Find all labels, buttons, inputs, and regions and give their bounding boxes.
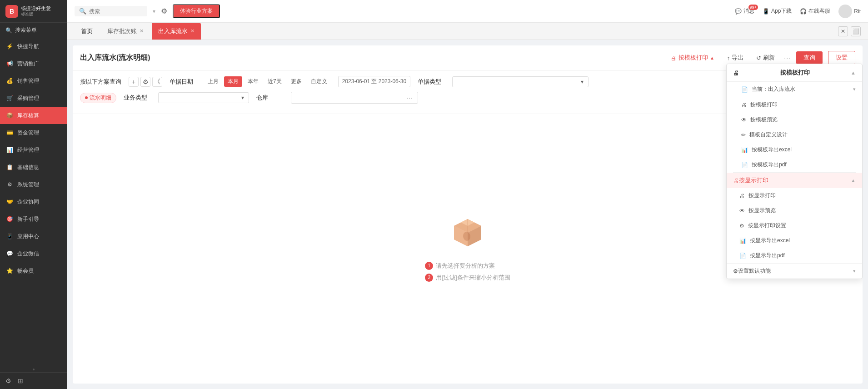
message-button[interactable]: 💬 消息 99+: [735, 7, 754, 15]
query-button[interactable]: 查询: [796, 51, 823, 64]
dropdown-custom-design[interactable]: ✏ 模板自定义设计: [727, 127, 862, 142]
dropdown-print-display-label: 按显示打印: [748, 192, 776, 199]
sidebar-item-enterprise[interactable]: 🤝 企业协同: [0, 193, 67, 210]
sidebar-item-marketing[interactable]: 📢 营销推广: [0, 55, 67, 72]
dropdown-printer-icon: 🖨: [733, 70, 739, 76]
excel-display-icon: 📊: [739, 238, 746, 244]
trial-button[interactable]: 体验行业方案: [173, 4, 220, 18]
export-label: 导出: [732, 54, 743, 62]
sidebar-item-system[interactable]: ⚙ 系统管理: [0, 176, 67, 193]
date-tab-custom[interactable]: 自定义: [307, 76, 331, 87]
filter-add-button[interactable]: +: [129, 77, 139, 87]
dropdown-print-display[interactable]: 🖨 按显示打印: [727, 188, 862, 203]
inventory-icon: 📦: [5, 111, 14, 120]
print-template-label: 按模板打印: [678, 54, 708, 62]
tab-inventory-batch-label: 库存批次账: [107, 27, 137, 35]
dropdown-custom-design-label: 模板自定义设计: [749, 131, 788, 139]
headset-icon: 🎧: [800, 8, 807, 15]
date-tab-7days[interactable]: 近7天: [264, 76, 285, 87]
flow-detail-tag-label: 流水明细: [90, 94, 111, 102]
preview-display-icon: 👁: [739, 208, 745, 214]
printer-icon: 🖨: [671, 55, 677, 61]
dropdown-export-excel-template[interactable]: 📊 按模板导出excel: [727, 142, 862, 157]
sidebar-scroll-indicator: [0, 367, 67, 372]
settings-button[interactable]: 设置: [828, 51, 855, 65]
empty-hint-1: 1 请先选择要分析的方案: [425, 260, 510, 272]
sidebar-item-wechat[interactable]: 💬 企业微信: [0, 245, 67, 262]
sidebar-toggle-icon[interactable]: ⊞: [18, 377, 23, 384]
dropdown-print-settings-display[interactable]: ⚙ 按显示打印设置: [727, 218, 862, 233]
hint-text-2: 用[过滤]条件来缩小分析范围: [436, 272, 510, 284]
sidebar-item-inventory[interactable]: 📦 库存核算: [0, 107, 67, 124]
tabs-window-controls: ✕ ⬜: [838, 26, 861, 36]
sidebar-item-basic[interactable]: 📋 基础信息: [0, 159, 67, 176]
topbar-chevron-icon[interactable]: ▾: [153, 8, 155, 15]
window-restore-button[interactable]: ⬜: [851, 26, 861, 36]
tab-inventory-batch-close[interactable]: ✕: [140, 28, 144, 34]
enterprise-icon: 🤝: [5, 198, 14, 206]
sidebar-settings-icon[interactable]: ⚙: [5, 377, 11, 384]
sidebar-item-label: 系统管理: [17, 181, 39, 189]
sidebar-item-purchase[interactable]: 🛒 采购管理: [0, 90, 67, 107]
dropdown-display-section[interactable]: 🖨 按显示打印 ▲: [727, 173, 862, 188]
footer-chevron: ▾: [853, 268, 856, 274]
user-avatar-area[interactable]: Rit: [838, 5, 861, 18]
tab-home[interactable]: 首页: [75, 23, 99, 40]
dropdown-footer[interactable]: ⚙ 设置默认功能 ▾: [727, 263, 862, 279]
page-actions: 🖨 按模板打印 ▲ ↑ 导出 ↺ 刷新 ··· 查询 设置: [667, 51, 855, 65]
sales-icon: 💰: [5, 77, 14, 85]
sidebar-item-vip[interactable]: ⭐ 畅会员: [0, 262, 67, 279]
dropdown-chevron-up-icon[interactable]: ▲: [851, 70, 856, 75]
date-tab-thisyear[interactable]: 本年: [244, 76, 262, 87]
dropdown-preview-display[interactable]: 👁 按显示预览: [727, 203, 862, 218]
tab-inventory-batch[interactable]: 库存批次账 ✕: [101, 23, 150, 40]
date-tabs: 上月 本月 本年 近7天 更多 自定义: [204, 76, 331, 87]
phone-icon: 📱: [763, 8, 769, 15]
sidebar-item-operations[interactable]: 📊 经营管理: [0, 141, 67, 159]
filter-collapse-button[interactable]: 《: [152, 77, 162, 87]
topbar-search-box[interactable]: 🔍: [75, 6, 147, 16]
sidebar-item-label: 畅会员: [17, 267, 34, 275]
sidebar-item-capital[interactable]: 💳 资金管理: [0, 124, 67, 141]
filter-settings-button[interactable]: ⚙: [140, 77, 150, 87]
sidebar-search[interactable]: 🔍 搜索菜单: [0, 23, 67, 38]
export-button[interactable]: ↑ 导出: [723, 52, 748, 64]
refresh-button[interactable]: ↺ 刷新: [753, 52, 778, 64]
sidebar-item-guide[interactable]: 🎯 新手引导: [0, 210, 67, 228]
topbar-search-input[interactable]: [89, 8, 135, 15]
filter-scheme-label: 按以下方案查询: [80, 78, 121, 86]
print-template-button[interactable]: 🖨 按模板打印 ▲: [667, 52, 718, 64]
more-actions-icon[interactable]: ···: [784, 54, 791, 61]
user-name: Rit: [854, 8, 861, 15]
window-close-button[interactable]: ✕: [838, 26, 848, 36]
topbar-settings-icon[interactable]: ⚙: [161, 7, 167, 15]
sidebar-item-quick-nav[interactable]: ⚡ 快捷导航: [0, 38, 67, 55]
tab-home-label: 首页: [81, 27, 93, 35]
dropdown-export-pdf-display-label: 按显示导出pdf: [750, 252, 785, 259]
sidebar-item-label: 资金管理: [17, 129, 39, 137]
customer-service-button[interactable]: 🎧 在线客服: [800, 7, 830, 15]
filter-biztype-select[interactable]: ▾: [158, 92, 249, 103]
dropdown-current-item[interactable]: 📄 当前：出入库流水 ▾: [727, 82, 862, 97]
filter-doctype-select[interactable]: ▾: [452, 76, 589, 87]
app-logo-text: 畅捷通好生意: [21, 5, 51, 11]
tab-inout-flow-close[interactable]: ✕: [190, 28, 195, 34]
guide-icon: 🎯: [5, 215, 14, 223]
date-tab-thismonth[interactable]: 本月: [224, 76, 242, 87]
sidebar-item-sales[interactable]: 💰 销售管理: [0, 72, 67, 90]
dropdown-export-excel-display[interactable]: 📊 按显示导出excel: [727, 233, 862, 248]
filter-warehouse-select[interactable]: ···: [291, 92, 418, 104]
dropdown-export-pdf-template[interactable]: 📄 按模板导出pdf: [727, 157, 862, 172]
filter-biztype-label: 业务类型: [124, 94, 151, 102]
pdf-display-icon: 📄: [739, 253, 746, 259]
dropdown-export-pdf-display[interactable]: 📄 按显示导出pdf: [727, 248, 862, 263]
app-download-button[interactable]: 📱 App下载: [763, 7, 792, 15]
date-tab-lastmonth[interactable]: 上月: [204, 76, 222, 87]
date-tab-more[interactable]: 更多: [287, 76, 305, 87]
dropdown-preview-template-label: 按模板预览: [750, 116, 778, 124]
dropdown-preview-template[interactable]: 👁 按模板预览: [727, 112, 862, 127]
main-area: 🔍 ▾ ⚙ 体验行业方案 💬 消息 99+ 📱 App下载 🎧 在线客服 Rit: [67, 0, 868, 389]
dropdown-print-template[interactable]: 🖨 按模板打印: [727, 97, 862, 112]
sidebar-item-appcenter[interactable]: 📱 应用中心: [0, 228, 67, 245]
tab-inout-flow[interactable]: 出入库流水 ✕: [152, 23, 201, 40]
